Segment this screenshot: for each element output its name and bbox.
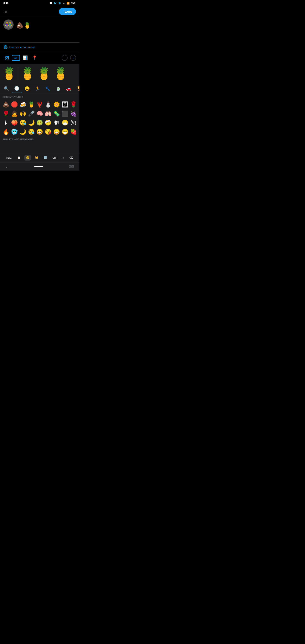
emoji-picker: 🍍 🍍 🍍 🍍 🔍 🕐 😀 🏃 🐾 🍵 🚗 🏆 💡 🔣 🚩 RECENTLY U… — [0, 64, 80, 153]
pineapple-variant-4[interactable]: 🍍 — [53, 66, 68, 80]
keyboard-toolbar: ABC 📋 😊 😸 🔡 GIF :-) ⌫ — [0, 153, 80, 162]
reply-setting[interactable]: 🌐 Everyone can reply — [0, 42, 80, 52]
kb-kaomoji-button[interactable]: :-) — [60, 155, 66, 160]
poll-button[interactable]: 📊 — [21, 54, 30, 62]
close-button[interactable]: ✕ — [4, 8, 9, 15]
category-objects[interactable]: 🏆 — [74, 84, 80, 93]
emoji-wind[interactable]: 🌬 — [69, 118, 78, 127]
kb-gif-button[interactable]: GIF — [51, 155, 58, 160]
emoji-nauseated[interactable]: 🤢 — [36, 118, 44, 127]
emoji-pineapple[interactable]: 🍍 — [27, 100, 36, 109]
emoji-moon1[interactable]: 🌙 — [27, 118, 36, 127]
emoji-grin[interactable]: 😄 — [52, 127, 61, 136]
emoji-fire[interactable]: 🔥 — [2, 127, 10, 136]
variant-divider — [18, 67, 18, 80]
pineapple-variant-2[interactable]: 🍍 — [20, 66, 35, 80]
emoji-flower[interactable]: 🌼 — [52, 100, 61, 109]
kb-emoji-button[interactable]: 😊 — [24, 155, 31, 160]
emoji-lungs[interactable]: 🫁 — [44, 109, 52, 118]
emoji-laugh[interactable]: 😆 — [36, 127, 44, 136]
emoji-rose1[interactable]: 🌹 — [69, 100, 78, 109]
status-icons: 💬 🐦 🐦 ▲ 📶 95% — [49, 2, 76, 5]
emoji-lobster[interactable]: 🦞 — [36, 100, 44, 109]
emoji-beers[interactable]: 🍻 — [19, 100, 27, 109]
emoji-categories: 🔍 🕐 😀 🏃 🐾 🍵 🚗 🏆 💡 🔣 🚩 — [0, 83, 80, 94]
emoji-peach[interactable]: 🍑 — [10, 118, 19, 127]
location-button[interactable]: 📍 — [30, 54, 39, 62]
emoji-speaking[interactable]: 🗣 — [52, 118, 61, 127]
recently-used-label: RECENTLY USED — [0, 94, 80, 99]
emoji-poop[interactable]: 💩 — [2, 100, 10, 109]
kb-abc-button[interactable]: ABC — [4, 155, 14, 160]
emoji-family[interactable]: 👨‍👩‍👦 — [61, 100, 69, 109]
collapse-button[interactable]: ⌄ — [5, 164, 8, 169]
emoji-brain[interactable]: 🧠 — [36, 109, 44, 118]
category-travel[interactable]: 🚗 — [64, 84, 74, 93]
message-icon: 💬 — [49, 2, 52, 5]
top-bar: ✕ Tweet — [0, 6, 80, 17]
kb-sticker-button[interactable]: 😸 — [33, 155, 40, 160]
emoji-sleepy2[interactable]: 😪 — [27, 127, 36, 136]
reply-setting-label: Everyone can reply — [9, 46, 35, 49]
pineapple-variants-row: 🍍 🍍 🍍 🍍 — [0, 64, 80, 83]
emoji-sleepy[interactable]: 😪 — [19, 118, 27, 127]
compose-area: 👫 💩🍍 — [0, 17, 80, 42]
status-bar: 3:40 💬 🐦 🐦 ▲ 📶 95% — [0, 0, 80, 6]
avatar: 👫 — [4, 20, 14, 30]
twitter-icon-1: 🐦 — [54, 2, 57, 5]
emoji-bow[interactable]: 🙇 — [10, 109, 19, 118]
signal-icon: 📶 — [66, 2, 70, 5]
emoji-mic[interactable]: 🎤 — [27, 109, 36, 118]
emoji-grapes[interactable]: 🍇 — [69, 109, 78, 118]
globe-icon: 🌐 — [4, 45, 8, 49]
tweet-content: 💩🍍 — [16, 21, 31, 30]
compose-toolbar: 🖼 GIF 📊 📍 + — [0, 52, 80, 64]
home-indicator — [34, 166, 43, 167]
tweet-input-area[interactable]: 💩🍍 — [16, 20, 76, 40]
twitter-icon-2: 🐦 — [58, 2, 62, 5]
image-button[interactable]: 🖼 — [4, 54, 11, 62]
emoji-kiss[interactable]: 😘 — [44, 127, 52, 136]
category-recent[interactable]: 🕐 — [12, 84, 22, 93]
emoji-mask[interactable]: 😷 — [61, 118, 69, 127]
category-food[interactable]: 🍵 — [54, 84, 63, 93]
emoji-cold[interactable]: 🥶 — [10, 127, 19, 136]
add-tweet-button[interactable]: + — [70, 55, 76, 61]
emoji-moon2[interactable]: 🌙 — [19, 127, 27, 136]
emoji-hands[interactable]: 🙌 — [19, 109, 27, 118]
category-animals[interactable]: 🐾 — [43, 84, 53, 93]
emoji-grid-recent: 💩 🛑 🍻 🍍 🦞 ⛄ 🌼 👨‍👩‍👦 🌹 🌹 🙇 🙌 🎤 🧠 🫁 🦠 ⬛ 🍇 … — [0, 99, 80, 137]
emoji-beam[interactable]: 😁 — [61, 127, 69, 136]
gif-button[interactable]: GIF — [12, 55, 20, 61]
kb-emoticon-button[interactable]: 🔡 — [42, 155, 49, 160]
smileys-emotions-label: SMILEYS AND EMOTIONS — [0, 137, 80, 142]
category-smileys[interactable]: 😀 — [22, 84, 32, 93]
emoji-black-square[interactable]: ⬛ — [61, 109, 69, 118]
tweet-button[interactable]: Tweet — [59, 8, 76, 15]
keyboard-switch-button[interactable]: ⌨ — [69, 164, 74, 169]
emoji-snowman[interactable]: ⛄ — [44, 100, 52, 109]
emoji-strawberry[interactable]: 🍓 — [69, 127, 78, 136]
pineapple-variant-3[interactable]: 🍍 — [37, 66, 52, 80]
category-people[interactable]: 🏃 — [33, 84, 42, 93]
emoji-stop[interactable]: 🛑 — [10, 100, 19, 109]
kb-clipboard-button[interactable]: 📋 — [16, 155, 22, 160]
status-time: 3:40 — [4, 2, 8, 5]
char-counter — [62, 55, 68, 61]
wifi-icon: ▲ — [63, 2, 65, 5]
kb-delete-button[interactable]: ⌫ — [68, 155, 75, 160]
emoji-injured[interactable]: 🤕 — [44, 118, 52, 127]
pineapple-variant-1[interactable]: 🍍 — [2, 66, 16, 80]
emoji-rose2[interactable]: 🌹 — [2, 109, 10, 118]
emoji-search-button[interactable]: 🔍 — [2, 84, 11, 93]
battery-label: 95% — [71, 2, 76, 5]
bottom-bar: ⌄ ⌨ — [0, 162, 80, 170]
emoji-microbe[interactable]: 🦠 — [52, 109, 61, 118]
emoji-thermometer[interactable]: 🌡 — [2, 118, 10, 127]
